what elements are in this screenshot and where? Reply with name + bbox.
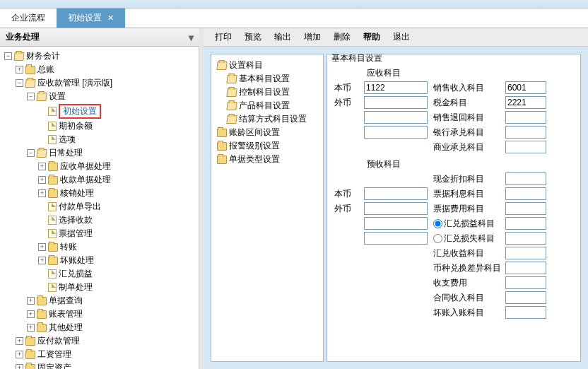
tree-item[interactable]: 工资管理 <box>37 348 71 361</box>
tree-item[interactable]: 选项 <box>59 134 76 146</box>
tab-initial-setup[interactable]: 初始设置 ✕ <box>57 8 125 28</box>
exit-button[interactable]: 退出 <box>387 30 416 45</box>
input-biz-accept[interactable] <box>505 141 546 153</box>
radio-fx-gainloss[interactable] <box>433 219 442 228</box>
folder-icon <box>25 364 35 370</box>
input-currency-diff[interactable] <box>505 262 546 274</box>
tree-item[interactable]: 付款单导出 <box>59 201 101 213</box>
tree-item-initial-setup[interactable]: 初始设置 <box>59 104 101 119</box>
input-income-expense[interactable] <box>505 276 546 289</box>
input-bad-debt[interactable] <box>505 306 546 319</box>
tree-item[interactable]: 日常处理 <box>49 147 83 159</box>
add-button[interactable]: 增加 <box>298 30 327 45</box>
tree-item[interactable]: 收款单据处理 <box>60 174 111 186</box>
tree-item[interactable]: 控制科目设置 <box>239 86 290 98</box>
folder-icon <box>48 176 58 184</box>
expander-icon[interactable]: + <box>38 257 46 264</box>
input-row4-left[interactable] <box>364 126 428 139</box>
expander-icon[interactable]: − <box>4 52 12 60</box>
tab-enterprise-flow[interactable]: 企业流程 <box>0 8 57 28</box>
tree-item[interactable]: 账表管理 <box>49 308 83 320</box>
tree-item[interactable]: 设置 <box>49 90 66 102</box>
tree-item[interactable]: 票据管理 <box>59 228 93 240</box>
folder-open-icon <box>216 62 227 70</box>
expander-icon[interactable]: + <box>16 337 23 345</box>
folder-icon <box>37 297 47 305</box>
input-fx-gainloss[interactable] <box>505 217 546 230</box>
sidebar: 业务处理 ▾ −财务会计 +总账 −应收款管理 [演示版] −设置 <box>0 28 204 369</box>
expander-icon[interactable]: − <box>27 149 35 157</box>
tree-item[interactable]: 坏账处理 <box>60 254 94 266</box>
expander-icon[interactable]: + <box>38 176 46 184</box>
tree-item[interactable]: 基本科目设置 <box>239 73 290 85</box>
expander-icon[interactable]: − <box>27 93 35 100</box>
page-icon <box>48 135 57 144</box>
input-bank-accept[interactable] <box>505 126 546 139</box>
expander-icon[interactable]: + <box>16 66 23 74</box>
tree-item[interactable]: 应收款管理 [演示版] <box>37 77 112 89</box>
radio-fx-loss[interactable] <box>433 234 442 243</box>
input-prereceive-foreign[interactable] <box>364 202 428 215</box>
tree-item[interactable]: 账龄区间设置 <box>229 127 280 139</box>
tree-item[interactable]: 转账 <box>60 241 77 253</box>
folder-icon <box>25 337 35 346</box>
export-button[interactable]: 输出 <box>269 30 297 45</box>
input-tax[interactable] <box>505 96 546 109</box>
folder-icon <box>217 156 227 164</box>
tree-item[interactable]: 应付款管理 <box>37 335 80 347</box>
tree-item[interactable]: 制单处理 <box>59 281 93 293</box>
tree-item[interactable]: 总账 <box>37 64 54 76</box>
input-cash-discount[interactable] <box>505 172 546 185</box>
close-icon[interactable]: ✕ <box>107 13 114 23</box>
subject-tree[interactable]: 设置科目 基本科目设置 控制科目设置 产品科目设置 结算方式科目设置 账龄区间设… <box>211 54 324 362</box>
tree-item[interactable]: 应收单据处理 <box>60 160 111 172</box>
tree-item[interactable]: 核销处理 <box>60 187 94 199</box>
expander-icon[interactable]: + <box>16 351 23 358</box>
page-icon <box>48 229 57 238</box>
tree-item[interactable]: 其他处理 <box>49 322 83 334</box>
expander-icon[interactable]: + <box>27 310 35 318</box>
input-sales-return[interactable] <box>505 111 546 124</box>
input-row-extra2[interactable] <box>364 232 428 245</box>
tree-item[interactable]: 设置科目 <box>229 59 263 71</box>
tree-item[interactable]: 报警级别设置 <box>229 140 280 152</box>
expander-icon[interactable]: + <box>27 324 35 332</box>
input-row3-left[interactable] <box>364 111 428 124</box>
tree-item[interactable]: 单据类型设置 <box>229 153 280 165</box>
delete-button[interactable]: 删除 <box>328 30 356 45</box>
expander-icon[interactable]: + <box>38 243 46 251</box>
label-contract-income: 合同收入科目 <box>433 292 500 304</box>
tree-item[interactable]: 单据查询 <box>49 295 83 307</box>
input-receivable-local[interactable] <box>364 81 428 94</box>
preview-button[interactable]: 预览 <box>239 30 267 45</box>
input-fx-gain[interactable] <box>505 247 546 259</box>
input-note-fee[interactable] <box>505 202 546 215</box>
tree-item[interactable]: 选择收款 <box>59 214 93 226</box>
pin-icon[interactable]: ▾ <box>189 32 194 43</box>
print-button[interactable]: 打印 <box>209 30 237 45</box>
expander-icon[interactable]: − <box>16 79 23 87</box>
input-receivable-foreign[interactable] <box>364 96 428 109</box>
input-row-extra1[interactable] <box>364 217 428 230</box>
expander-icon[interactable]: + <box>38 189 46 197</box>
folder-open-icon <box>13 52 24 61</box>
tree-item[interactable]: 汇兑损益 <box>59 268 93 280</box>
input-note-interest[interactable] <box>505 187 546 200</box>
help-button[interactable]: 帮助 <box>358 30 386 45</box>
input-fx-loss[interactable] <box>505 232 546 245</box>
label-sales-return: 销售退回科目 <box>433 112 500 124</box>
expander-icon[interactable]: + <box>38 163 46 170</box>
input-sales-income[interactable] <box>505 81 546 94</box>
tree-item[interactable]: 期初余额 <box>59 120 93 132</box>
tree-item[interactable]: 固定资产 <box>37 362 71 369</box>
expander-icon[interactable]: + <box>27 297 35 305</box>
tree-item[interactable]: 结算方式科目设置 <box>239 113 307 125</box>
folder-open-icon <box>226 115 237 124</box>
input-prereceive-local[interactable] <box>364 187 428 200</box>
folder-icon <box>48 189 58 198</box>
input-contract-income[interactable] <box>505 291 546 304</box>
nav-tree[interactable]: −财务会计 +总账 −应收款管理 [演示版] −设置 初始设置 期初余额 <box>0 47 199 369</box>
expander-icon[interactable]: + <box>16 364 23 369</box>
tree-item[interactable]: 产品科目设置 <box>239 100 290 112</box>
tree-item[interactable]: 财务会计 <box>26 50 60 62</box>
